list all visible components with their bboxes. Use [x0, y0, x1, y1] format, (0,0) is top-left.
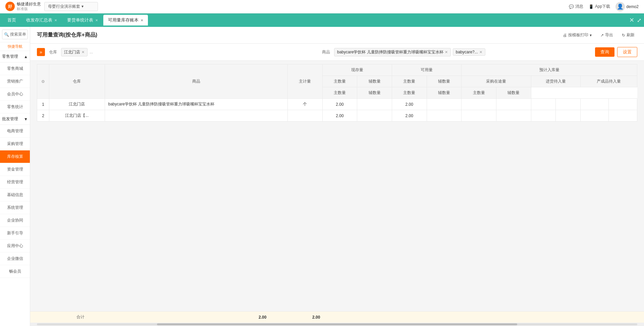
chat-btn[interactable]: 💬 消息	[569, 4, 583, 9]
tab-order-stats-close[interactable]: ✕	[95, 18, 98, 22]
th-purchase-transit-main: 主数量	[322, 87, 357, 99]
warehouse-tag-jiangbei: 江北门店 ✕	[61, 48, 88, 56]
table-scrollbar[interactable]	[30, 323, 644, 326]
th-product-pending: 产成品待入量	[580, 76, 637, 87]
sidebar-item-basic-info[interactable]: 基础信息	[0, 189, 30, 201]
warehouse-tag-value: 江北门店	[64, 49, 80, 55]
sidebar-item-finance[interactable]: 资金管理	[0, 163, 30, 176]
cell-stock-sub	[357, 99, 392, 110]
tab-available-stock[interactable]: 可用量库存账本 ✕	[103, 15, 148, 26]
cell-available-main: 2.00	[392, 99, 427, 110]
setting-btn[interactable]: 设置	[617, 47, 637, 57]
sidebar-item-retail-mgmt[interactable]: 零售管理 ▲	[0, 51, 30, 62]
query-btn[interactable]: 查询	[595, 47, 614, 57]
sidebar-item-retail-mgmt-label: 零售管理	[2, 54, 18, 59]
sidebar-item-member[interactable]: 畅会员	[0, 265, 30, 278]
sidebar-item-operations[interactable]: 经营管理	[0, 176, 30, 189]
expand-tabs-btn[interactable]: ⤢	[637, 17, 641, 24]
chevron-up-icon: ▲	[24, 54, 28, 59]
tab-home[interactable]: 首页	[3, 15, 21, 26]
print-btn[interactable]: 🖨 按模板打印 ▾	[560, 31, 594, 39]
sidebar-item-purchase-mgmt-label: 采购管理	[7, 141, 23, 147]
quick-nav-label: 快捷导航	[8, 44, 22, 48]
th-stock-main: 主数量	[322, 76, 357, 87]
warehouse-tag-remove-btn[interactable]: ✕	[82, 50, 85, 54]
sidebar-item-finance-label: 资金管理	[7, 167, 23, 172]
industry-selector[interactable]: 母婴行业演示账套 ▾	[44, 2, 98, 11]
quick-nav-btn[interactable]: 快捷导航	[0, 42, 30, 51]
sidebar-item-app-center-label: 应用中心	[7, 243, 23, 249]
th-expected: 预计入库量	[462, 64, 637, 76]
industry-selector-value: 母婴行业演示账套	[48, 4, 80, 9]
cell-incoming-main	[531, 110, 556, 122]
sidebar-item-ecommerce[interactable]: 电商管理	[0, 125, 30, 138]
col-settings-icon[interactable]: ⚙	[41, 79, 45, 84]
sidebar-item-app-center[interactable]: 应用中心	[0, 240, 30, 252]
sidebar-search-area: 🔍 搜索菜单	[0, 27, 30, 42]
th-stock-sub: 辅数量	[357, 76, 392, 87]
cell-incoming-sub	[556, 110, 581, 122]
footer-available-main: 2.00	[303, 315, 330, 320]
user-area[interactable]: 👤 demo2	[615, 2, 639, 11]
chevron-down-icon: ▾	[82, 4, 84, 9]
th-purchase-transit: 采购在途量	[462, 76, 531, 87]
search-menu-label: 搜索菜单	[10, 32, 26, 37]
refresh-btn[interactable]: ↻ 刷新	[619, 31, 637, 39]
sidebar-item-enterprise-collab[interactable]: 企业协同	[0, 214, 30, 227]
app-download-btn[interactable]: 📱 App下载	[589, 4, 610, 9]
data-table: ⚙ 仓库 商品 主计量 现存量 可用量 预计入库量 主数量 辅数量 主数量 辅数…	[37, 64, 637, 122]
cell-product-pending-sub	[609, 99, 637, 110]
sidebar-item-retail-stats[interactable]: 零售统计	[0, 101, 30, 113]
print-icon: 🖨	[563, 33, 567, 38]
sidebar-item-system-mgmt[interactable]: 系统管理	[0, 201, 30, 214]
sidebar-item-marketing[interactable]: 营销推广	[0, 75, 30, 88]
tab-available-stock-close[interactable]: ✕	[141, 18, 143, 22]
sidebar-item-retail-mall[interactable]: 零售商城	[0, 62, 30, 75]
th-product-pending-sub: 辅数量	[496, 87, 531, 99]
logo-icon: 好	[5, 2, 15, 11]
sidebar-item-enterprise-wechat[interactable]: 企业微信	[0, 252, 30, 265]
user-name: demo2	[626, 4, 639, 9]
th-product-pending-main: 主数量	[462, 87, 496, 99]
cell-stock-main: 2.00	[322, 99, 357, 110]
sidebar-item-new-guide[interactable]: 新手引导	[0, 227, 30, 240]
tab-receive-pay[interactable]: 收发存汇总表 ✕	[21, 15, 62, 26]
cell-index: 2	[37, 110, 49, 122]
product-tag-2: babycare?... ✕	[453, 48, 485, 56]
sidebar-item-member-center[interactable]: 会员中心	[0, 88, 30, 101]
cell-index: 1	[37, 99, 49, 110]
cell-available-main: 2.00	[392, 110, 427, 122]
cell-warehouse: 江北门店	[49, 99, 105, 110]
sidebar-item-inventory-label: 库存核算	[7, 154, 23, 159]
th-incoming-main: 主数量	[392, 87, 427, 99]
product-filter-tags: babycare学饮杯 儿童防摔防撞吸管杯重力球吸嘴杯宝宝水杯 ✕ babyca…	[334, 48, 591, 56]
cell-incoming-main	[531, 99, 556, 110]
export-btn[interactable]: ↗ 导出	[598, 31, 616, 39]
sidebar-item-system-mgmt-label: 系统管理	[7, 205, 23, 211]
th-available: 可用量	[392, 64, 461, 76]
sidebar-item-wholesale-mgmt[interactable]: 批发管理 ▼	[0, 113, 30, 125]
cell-product	[105, 110, 288, 122]
th-incoming: 进货待入量	[531, 76, 580, 87]
tab-order-stats[interactable]: 要货单统计表 ✕	[62, 15, 103, 26]
sidebar-item-inventory[interactable]: 库存核算	[0, 150, 30, 163]
warehouse-filter-label: 仓库	[49, 49, 57, 55]
sidebar-item-purchase-mgmt[interactable]: 采购管理	[0, 138, 30, 150]
tab-receive-pay-close[interactable]: ✕	[54, 18, 57, 22]
scroll-thumb[interactable]	[157, 323, 517, 325]
filter-bar: » 仓库 江北门店 ✕ ... 商品 babycare学饮杯 儿童防摔防撞吸管杯…	[30, 44, 644, 61]
product-tag-1-remove-btn[interactable]: ✕	[445, 50, 448, 54]
th-stock: 现存量	[322, 64, 392, 76]
filter-expand-btn[interactable]: »	[37, 48, 45, 56]
sidebar-item-ecommerce-label: 电商管理	[7, 128, 23, 134]
th-available-main: 主数量	[392, 76, 427, 87]
search-menu-btn[interactable]: 🔍 搜索菜单	[2, 30, 28, 39]
close-all-tabs-btn[interactable]: ✕	[629, 16, 634, 24]
product-tag-2-remove-btn[interactable]: ✕	[479, 50, 482, 54]
phone-icon: 📱	[589, 4, 594, 9]
tab-order-stats-label: 要货单统计表	[67, 17, 93, 23]
warehouse-filter-more-btn[interactable]: ...	[90, 50, 93, 54]
sidebar-item-basic-info-label: 基础信息	[7, 192, 23, 198]
tab-home-label: 首页	[7, 17, 16, 23]
print-label: 按模板打印	[568, 32, 588, 38]
